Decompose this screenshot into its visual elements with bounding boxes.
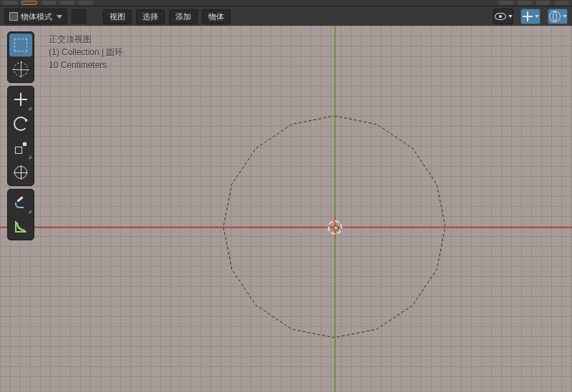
annotate-icon bbox=[15, 197, 26, 208]
mesh-ring[interactable] bbox=[223, 116, 445, 338]
tool-cursor[interactable] bbox=[9, 58, 32, 81]
pivot-chip[interactable] bbox=[518, 1, 532, 5]
viewport-3d[interactable]: 正交顶视图 (1) Collection | 圆环 10 Centimeters bbox=[0, 26, 572, 392]
move-icon bbox=[14, 93, 27, 106]
viewport-info: 正交顶视图 (1) Collection | 圆环 10 Centimeters bbox=[49, 33, 123, 72]
grid-scale: 10 Centimeters bbox=[49, 59, 123, 72]
tool-select-box[interactable] bbox=[9, 34, 32, 57]
cube-icon bbox=[9, 12, 18, 21]
rotate-icon bbox=[14, 117, 28, 131]
mode-chip-active[interactable] bbox=[21, 1, 37, 5]
proportional-chip[interactable] bbox=[555, 1, 569, 5]
measure-icon bbox=[15, 221, 26, 232]
mode-chip[interactable] bbox=[3, 1, 17, 5]
tool-move[interactable] bbox=[9, 88, 32, 111]
tool-annotate[interactable] bbox=[9, 191, 32, 214]
top-mode-strip bbox=[0, 0, 572, 6]
visibility-dropdown[interactable] bbox=[493, 9, 513, 24]
gizmo-icon bbox=[523, 11, 533, 21]
tool-group-transform bbox=[7, 86, 34, 186]
gizmo-dropdown[interactable] bbox=[520, 9, 541, 24]
tool-column bbox=[7, 31, 34, 240]
transform-icon bbox=[14, 166, 27, 179]
select-mode-vertex[interactable] bbox=[72, 9, 86, 24]
view-name: 正交顶视图 bbox=[49, 33, 123, 46]
menu-view[interactable]: 视图 bbox=[103, 9, 132, 24]
tool-group-annotate bbox=[7, 189, 34, 240]
overlays-dropdown[interactable] bbox=[548, 9, 568, 24]
menu-object[interactable]: 物体 bbox=[202, 9, 231, 24]
chevron-down-icon bbox=[57, 15, 62, 19]
svg-marker-0 bbox=[223, 116, 445, 338]
eye-icon bbox=[495, 13, 506, 20]
globe-icon bbox=[549, 11, 561, 22]
mode-chip[interactable] bbox=[42, 1, 56, 5]
scale-icon bbox=[15, 142, 26, 154]
menu-add[interactable]: 添加 bbox=[169, 9, 198, 24]
cursor-icon bbox=[14, 62, 28, 77]
mode-chip[interactable] bbox=[60, 1, 74, 5]
tool-transform[interactable] bbox=[9, 161, 32, 184]
menu-select[interactable]: 选择 bbox=[136, 9, 165, 24]
mode-dropdown[interactable]: 物体模式 bbox=[4, 9, 67, 24]
select-mode-segment bbox=[72, 9, 87, 24]
tool-measure[interactable] bbox=[9, 215, 32, 238]
tool-scale[interactable] bbox=[9, 137, 32, 160]
tool-group-select bbox=[7, 31, 34, 83]
collection-line: (1) Collection | 圆环 bbox=[49, 46, 123, 59]
tool-rotate[interactable] bbox=[9, 112, 32, 135]
mode-label: 物体模式 bbox=[21, 11, 52, 22]
snap-chip[interactable] bbox=[536, 1, 551, 5]
select-box-icon bbox=[14, 39, 27, 52]
orientation-chip[interactable] bbox=[499, 1, 513, 5]
mode-chip[interactable] bbox=[79, 1, 93, 5]
viewport-header: 物体模式 视图 选择 添加 物体 bbox=[0, 6, 572, 27]
